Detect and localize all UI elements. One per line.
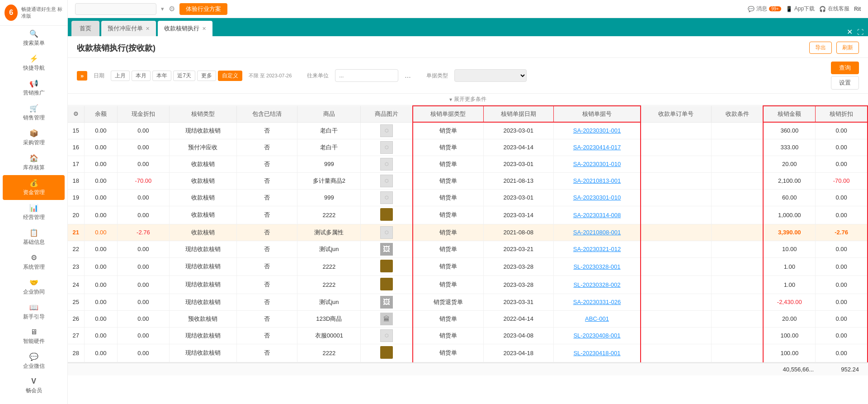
table-row: 220.000.00现结收款核销否测试jun🖼销货单2023-03-21SA-2…: [68, 241, 868, 257]
sidebar-item-basic[interactable]: 📋基础信息: [0, 225, 67, 250]
doc-no-link[interactable]: SA-20210813-001: [573, 177, 621, 184]
table-row: 240.000.00现结收款核销否2222销货单2023-03-28SL-202…: [68, 276, 868, 294]
doc-no-link[interactable]: ABC-001: [585, 315, 609, 322]
sidebar-item-collab[interactable]: 🤝企业协同: [0, 275, 67, 299]
sidebar-item-finance[interactable]: 💰资金管理: [3, 175, 65, 200]
notification-btn[interactable]: 💬 消息 99+: [748, 5, 781, 13]
sidebar-item-guide[interactable]: 📖新手引导: [0, 299, 67, 324]
col-included-header: 包含已结清: [236, 106, 297, 122]
col-verify-discount-header: 核销折扣: [816, 106, 868, 122]
tab-prepay[interactable]: 预付冲应付单 ✕: [101, 21, 156, 36]
filter-more-dots[interactable]: ...: [405, 71, 410, 80]
app-logo: 6: [5, 5, 18, 21]
notification-icon: 💬: [748, 6, 755, 12]
table-row: 200.000.00收款核销否2222销货单2023-03-14SA-20230…: [68, 206, 868, 224]
from-unit-input[interactable]: [335, 69, 398, 82]
sidebar-item-inventory[interactable]: 🏠库存核算: [0, 150, 67, 175]
product-image-cell: 🖼: [361, 294, 413, 310]
table-row: 170.000.00收款核销否999⬡销货单2023-03-01SA-20230…: [68, 156, 868, 172]
close-all-icon[interactable]: ✕: [847, 28, 853, 36]
doc-no-link[interactable]: SA-20230314-008: [573, 212, 621, 219]
settings-gear-icon[interactable]: ⚙: [169, 5, 175, 13]
single-type-select[interactable]: [454, 69, 527, 82]
sidebar-item-operation[interactable]: 📊经营管理: [0, 200, 67, 225]
date-options: 上月 本月 本年 近7天 更多 自定义: [111, 71, 242, 81]
table-row: 150.000.00现结收款核销否老白干⬡销货单2023-03-01SA-202…: [68, 122, 868, 139]
table-row: 250.000.00现结收款核销否测试jun🖼销货退货单2023-03-31SA…: [68, 294, 868, 310]
product-image-cell: ⬡: [361, 189, 413, 206]
sidebar-item-search[interactable]: 🔍搜索菜单: [0, 26, 67, 51]
tab-verify-close[interactable]: ✕: [202, 26, 206, 32]
top-search-input[interactable]: [75, 3, 156, 15]
sidebar-item-marketing[interactable]: 📢营销推广: [0, 76, 67, 100]
single-type-label: 单据类型: [426, 72, 448, 80]
table-container: ⚙ 余额 现金折扣 核销类型 包含已结清 商品 商品图片 核销单据类型 核销单据…: [68, 105, 868, 404]
date-btn-thismonth[interactable]: 本月: [132, 71, 151, 81]
tab-home[interactable]: 首页: [71, 21, 99, 36]
product-image-cell: [361, 344, 413, 362]
app-download-btn[interactable]: 📱 App下载: [786, 5, 815, 13]
table-footer: 40,556,66... 952.24: [68, 362, 868, 375]
date-btn-thisyear[interactable]: 本年: [152, 71, 171, 81]
chevron-down-icon: ▾: [449, 96, 452, 103]
export-button[interactable]: 导出: [809, 42, 832, 54]
sidebar-item-wechat[interactable]: 💬企业微信: [0, 349, 67, 374]
col-product-img-header: 商品图片: [361, 106, 413, 122]
date-btn-more[interactable]: 更多: [197, 71, 216, 81]
doc-no-link[interactable]: SL-20230408-001: [573, 332, 620, 339]
product-image-cell: ⬡: [361, 224, 413, 241]
doc-no-link[interactable]: SA-20230301-001: [573, 127, 621, 134]
tab-verify[interactable]: 收款核销执行 ✕: [158, 21, 212, 36]
doc-no-link[interactable]: SA-20230414-017: [573, 144, 621, 151]
tab-prepay-close[interactable]: ✕: [146, 26, 150, 32]
refresh-button[interactable]: 刷新: [836, 42, 859, 54]
from-unit-label: 往来单位: [307, 72, 329, 80]
total-verify-discount: 952.24: [841, 366, 859, 373]
query-button[interactable]: 查询: [831, 62, 859, 74]
sidebar-item-sales[interactable]: 🛒销售管理: [0, 100, 67, 125]
col-payment-cond-header: 收款条件: [711, 106, 763, 122]
product-image-cell: ⬡: [361, 139, 413, 156]
table-row: 190.000.00收款核销否999⬡销货单2023-03-01SA-20230…: [68, 189, 868, 206]
filter-expand-button[interactable]: »: [77, 71, 87, 81]
col-verify-type-header: 核销类型: [169, 106, 236, 122]
sidebar-item-purchase[interactable]: 📦采购管理: [0, 125, 67, 150]
doc-no-link[interactable]: SA-20230301-010: [573, 194, 621, 201]
date-btn-lastmonth[interactable]: 上月: [111, 71, 130, 81]
product-image-cell: ⬡: [361, 122, 413, 139]
online-service-btn[interactable]: 🎧 在线客服: [819, 5, 849, 13]
col-verify-amount-header: 核销金额: [763, 106, 815, 122]
sidebar-item-system[interactable]: ⚙系统管理: [0, 250, 67, 275]
doc-no-link[interactable]: SA-20210808-001: [573, 229, 621, 236]
doc-no-link[interactable]: SL-20230328-002: [573, 281, 620, 288]
industry-solution-button[interactable]: 体验行业方案: [179, 3, 227, 15]
table-row: 260.000.00预收款核销否123D商品🏛销货单2022-04-14ABC-…: [68, 310, 868, 327]
doc-no-link[interactable]: SA-20230331-026: [573, 299, 621, 305]
page-title: 收款核销执行(按收款): [77, 43, 156, 53]
col-settings-header[interactable]: ⚙: [68, 106, 84, 122]
doc-no-link[interactable]: SA-20230321-012: [573, 246, 621, 252]
date-btn-7days[interactable]: 近7天: [173, 71, 195, 81]
date-range: 不限 至 2023-07-26: [249, 72, 292, 79]
sidebar-item-shortcuts[interactable]: ⚡快捷导航: [0, 51, 67, 76]
sidebar-item-hardware[interactable]: 🖥智能硬件: [0, 324, 67, 349]
setting-button[interactable]: 设置: [831, 76, 859, 90]
table-row: 230.000.00现结收款核销否2222销货单2023-03-28SL-202…: [68, 257, 868, 276]
doc-no-link[interactable]: SL-20230418-001: [573, 350, 620, 356]
fullscreen-icon[interactable]: ⛶: [857, 29, 863, 36]
product-image-cell: ⬡: [361, 327, 413, 344]
col-balance-header: 余额: [84, 106, 118, 122]
table-row: 280.000.00现结收款核销否2222销货单2023-04-18SL-202…: [68, 344, 868, 362]
dropdown-icon[interactable]: ▾: [161, 5, 164, 12]
user-name[interactable]: Rit: [854, 6, 861, 12]
product-image-cell: ⬡: [361, 172, 413, 189]
table-row: 270.000.00现结收款核销否衣服00001⬡销货单2023-04-08SL…: [68, 327, 868, 344]
doc-no-link[interactable]: SL-20230328-001: [573, 263, 620, 270]
sidebar-item-vip[interactable]: V畅会员: [0, 374, 67, 398]
date-btn-custom[interactable]: 自定义: [218, 71, 242, 81]
table-row: 160.000.00预付冲应收否老白干⬡销货单2023-04-14SA-2023…: [68, 139, 868, 156]
headset-icon: 🎧: [819, 6, 826, 12]
doc-no-link[interactable]: SA-20230301-010: [573, 161, 621, 167]
expand-conditions-button[interactable]: ▾ 展开更多条件: [449, 95, 486, 103]
date-label: 日期: [94, 72, 104, 80]
